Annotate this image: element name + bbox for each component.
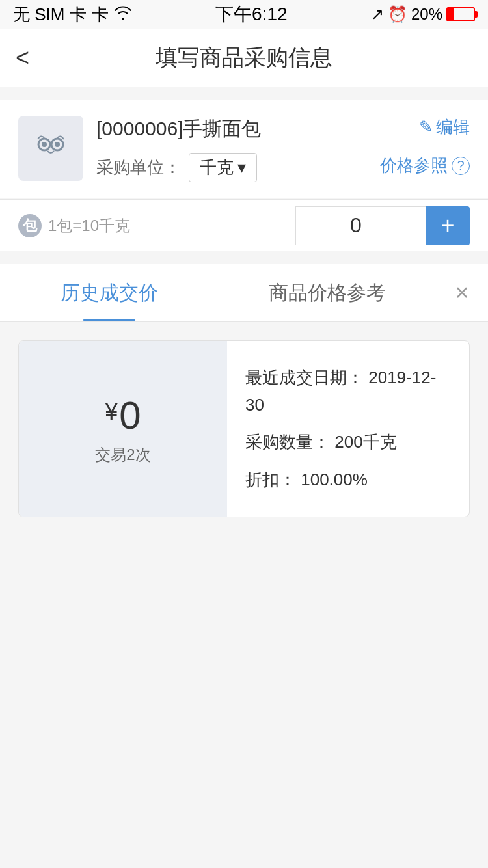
recent-date-label: 最近成交日期： [245,368,364,387]
qty-label: 包 1包=10千克 [18,214,130,237]
product-logo-icon [31,126,70,171]
qty-plus-button[interactable]: + [426,206,470,245]
history-price: ¥ 0 [105,393,141,438]
edit-label: 编辑 [436,116,470,139]
sim-icon: 卡 [92,3,109,26]
help-icon: ? [452,157,470,175]
product-thumbnail [18,116,83,181]
alarm-icon: ⏰ [388,5,407,23]
unit-value: 千克 [200,156,234,179]
main-content: ¥ 0 交易2次 最近成交日期： 2019-12-30 采购数量： 200千克 … [0,340,488,861]
nav-title: 填写商品采购信息 [156,43,332,73]
price-symbol: ¥ [105,398,118,426]
product-card: [0000006]手撕面包 采购单位： 千克 ▾ ✎ 编辑 价格参照 ? [0,100,488,198]
discount-value: 100.00% [301,470,368,489]
unit-label: 采购单位： [96,156,181,179]
edit-button[interactable]: ✎ 编辑 [419,116,470,139]
qty-controls: + [295,206,470,245]
package-ratio: 1包=10千克 [48,215,130,236]
edit-icon: ✎ [419,117,433,137]
status-time: 下午6:12 [215,2,288,27]
nav-bar: < 填写商品采购信息 [0,29,488,87]
close-icon: × [455,279,468,306]
wifi-icon [114,5,132,25]
recent-date-row: 最近成交日期： 2019-12-30 [245,364,451,418]
product-info: [0000006]手撕面包 采购单位： 千克 ▾ [96,116,261,182]
discount-label: 折扣： [245,470,296,489]
location-icon: ↗ [371,5,384,23]
svg-point-2 [42,142,47,147]
product-name: [0000006]手撕面包 [96,116,261,142]
battery-icon [446,7,475,21]
product-left: [0000006]手撕面包 采购单位： 千克 ▾ [18,116,261,182]
package-label: 包 [23,216,37,236]
purchase-qty-row: 采购数量： 200千克 [245,429,451,456]
history-card-left: ¥ 0 交易2次 [19,341,227,517]
price-value: 0 [119,393,141,438]
product-unit-row: 采购单位： 千克 ▾ [96,153,261,182]
dropdown-icon: ▾ [237,157,246,178]
tab-bar: 历史成交价 商品价格参考 × [0,264,488,322]
status-carrier: 无 SIM 卡 卡 [13,3,132,26]
package-badge: 包 [18,214,42,237]
discount-row: 折扣： 100.00% [245,467,451,494]
back-button[interactable]: < [16,44,29,72]
purchase-qty-value: 200千克 [334,432,396,452]
price-ref-button[interactable]: 价格参照 ? [380,154,470,177]
purchase-qty-label: 采购数量： [245,432,330,452]
carrier-text: 无 SIM 卡 [13,3,87,26]
price-ref-label: 价格参照 [380,154,448,177]
history-card: ¥ 0 交易2次 最近成交日期： 2019-12-30 采购数量： 200千克 … [18,340,470,517]
svg-point-3 [55,142,60,147]
status-bar: 无 SIM 卡 卡 下午6:12 ↗ ⏰ 20% [0,0,488,29]
tab-history[interactable]: 历史成交价 [0,264,218,321]
product-header: [0000006]手撕面包 采购单位： 千克 ▾ ✎ 编辑 价格参照 ? [18,116,470,182]
history-transactions: 交易2次 [95,444,150,465]
unit-select[interactable]: 千克 ▾ [189,153,257,182]
tab-history-label: 历史成交价 [61,280,158,306]
qty-input[interactable] [295,206,426,245]
battery-percent: 20% [411,5,442,23]
history-card-right: 最近成交日期： 2019-12-30 采购数量： 200千克 折扣： 100.0… [227,341,469,517]
tab-price-ref[interactable]: 商品价格参考 [218,264,436,321]
quantity-row: 包 1包=10千克 + [0,199,488,251]
product-actions: ✎ 编辑 价格参照 ? [380,116,470,177]
tab-price-ref-label: 商品价格参考 [269,280,386,306]
status-indicators: ↗ ⏰ 20% [371,5,475,23]
tab-close-button[interactable]: × [436,264,488,321]
